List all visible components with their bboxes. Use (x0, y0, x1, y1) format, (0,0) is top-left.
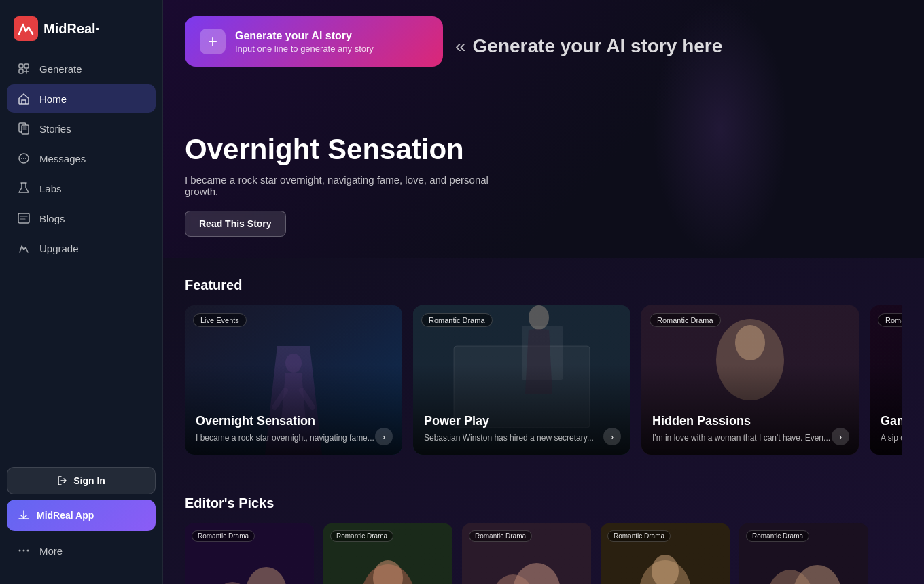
sidebar-item-upgrade-label: Upgrade (39, 243, 79, 254)
sidebar-item-blogs-label: Blogs (39, 213, 65, 224)
editor-card-unexpected[interactable]: Unexpected Proposal Romantic Drama (323, 523, 452, 584)
home-icon (16, 91, 31, 106)
sign-in-label: Sign In (73, 475, 105, 486)
editors-picks-section: Editor's Picks Enemy's Child (163, 477, 924, 584)
sidebar-item-generate-label: Generate (39, 63, 82, 75)
svg-point-12 (23, 550, 25, 552)
card-desc-game: A sip o... (881, 432, 902, 444)
sidebar-item-stories-label: Stories (39, 123, 71, 135)
card-title-overnight: Overnight Sensation (196, 414, 391, 428)
card-desc-overnight: I became a rock star overnight, navigati… (196, 432, 391, 444)
midreal-app-button[interactable]: MidReal App (7, 500, 156, 531)
svg-rect-2 (24, 64, 29, 68)
svg-rect-3 (19, 69, 23, 73)
sign-in-button[interactable]: Sign In (7, 467, 156, 494)
hero-story-title: Overnight Sensation (185, 133, 902, 166)
sign-in-icon (57, 475, 68, 486)
card-badge-hiddenpassions: Romantic Drama (650, 313, 721, 327)
svg-point-7 (21, 158, 22, 159)
card-title-hiddenpassions: Hidden Passions (652, 414, 848, 428)
card-arrow-hiddenpassions: › (832, 428, 849, 445)
sidebar-item-stories[interactable]: Stories (7, 114, 156, 143)
svg-rect-1 (19, 64, 23, 68)
more-icon (16, 543, 31, 558)
generate-text-block: Generate your AI story Input one line to… (235, 30, 374, 54)
editor-card-badge-taming: Romantic Drama (607, 530, 671, 542)
hero-story-desc: I became a rock star overnight, navigati… (185, 174, 525, 197)
card-badge-overnight: Live Events (193, 313, 247, 327)
sidebar-item-generate[interactable]: Generate (7, 54, 156, 83)
blogs-icon (16, 211, 31, 226)
sidebar-item-messages-label: Messages (39, 153, 86, 165)
svg-point-8 (23, 158, 24, 159)
card-content-hiddenpassions: Hidden Passions I'm in love with a woman… (641, 403, 859, 455)
card-content-overnight: Overnight Sensation I became a rock star… (185, 403, 402, 455)
card-content-powerplay: Power Play Sebastian Winston has hired a… (413, 403, 630, 455)
editor-card-badge-infatuation: Romantic Drama (469, 530, 532, 542)
editor-card-enemy[interactable]: Enemy's Child Romantic Drama (185, 523, 314, 584)
featured-section: Featured Live Events Overnight Sensation… (163, 258, 924, 455)
editor-card-forbidden[interactable]: Forbidden Lessons Romantic Drama (739, 523, 868, 584)
featured-card-hiddenpassions[interactable]: Romantic Drama Hidden Passions I'm in lo… (641, 305, 859, 455)
featured-card-overnight[interactable]: Live Events Overnight Sensation I became… (185, 305, 402, 455)
generate-here-text: Generate your AI story here (473, 35, 723, 57)
upgrade-icon (16, 241, 31, 256)
download-icon (18, 509, 30, 521)
sidebar-item-home-label: Home (39, 93, 67, 105)
editor-cards-row: Enemy's Child Romantic Drama (185, 523, 902, 584)
sidebar-item-labs-label: Labs (39, 183, 62, 194)
svg-point-9 (25, 158, 26, 159)
generate-banner-subtitle: Input one line to generate any story (235, 44, 374, 54)
featured-section-title: Featured (185, 277, 902, 293)
logo-area: MidReal· (0, 11, 162, 54)
svg-rect-0 (14, 16, 38, 41)
hero-content: Overnight Sensation I became a rock star… (185, 133, 902, 237)
sidebar-bottom: Sign In MidReal App More (0, 460, 162, 573)
labs-icon (16, 181, 31, 196)
editor-card-infatuation[interactable]: Romantic Drama (462, 523, 591, 584)
hero-area: + Generate your AI story Input one line … (163, 0, 924, 258)
generate-icon (16, 61, 31, 76)
card-title-game: Gam... (881, 414, 902, 428)
logo-icon (14, 16, 38, 41)
messages-icon (16, 151, 31, 166)
more-button[interactable]: More (7, 536, 156, 565)
card-desc-hiddenpassions: I'm in love with a woman that I can't ha… (652, 432, 848, 444)
card-arrow-powerplay: › (603, 428, 621, 445)
main-content: + Generate your AI story Input one line … (163, 0, 924, 584)
sidebar-item-messages[interactable]: Messages (7, 144, 156, 173)
card-badge-game: Romantic Drama (878, 313, 902, 327)
generate-banner[interactable]: + Generate your AI story Input one line … (185, 16, 443, 67)
logo-text: MidReal· (43, 21, 99, 37)
card-content-game: Gam... A sip o... (870, 403, 902, 455)
generate-plus-icon: + (200, 29, 226, 54)
svg-point-11 (19, 550, 21, 552)
editor-card-badge-unexpected: Romantic Drama (330, 530, 393, 542)
sidebar-item-upgrade[interactable]: Upgrade (7, 234, 156, 262)
chevron-left-double-icon: « (455, 35, 466, 57)
featured-cards-row: Live Events Overnight Sensation I became… (185, 305, 902, 455)
editor-card-badge-enemy: Romantic Drama (192, 530, 255, 542)
midreal-app-label: MidReal App (37, 510, 94, 521)
read-story-button[interactable]: Read This Story (185, 211, 286, 237)
editor-card-badge-forbidden: Romantic Drama (746, 530, 809, 542)
editor-card-taming[interactable]: Romantic Drama (601, 523, 730, 584)
generate-here-callout: « Generate your AI story here (455, 35, 722, 57)
nav-section: Generate Home Stories (0, 54, 162, 460)
card-arrow-overnight: › (375, 428, 393, 445)
sidebar-item-home[interactable]: Home (7, 84, 156, 113)
card-desc-powerplay: Sebastian Winston has hired a new secret… (424, 432, 620, 444)
sidebar: MidReal· Generate Home (0, 0, 163, 584)
more-label: More (39, 545, 63, 557)
sidebar-item-labs[interactable]: Labs (7, 174, 156, 203)
svg-rect-10 (18, 213, 29, 223)
generate-banner-title: Generate your AI story (235, 30, 374, 42)
stories-icon (16, 121, 31, 136)
featured-card-powerplay[interactable]: Romantic Drama Power Play Sebastian Wins… (413, 305, 630, 455)
svg-point-13 (27, 550, 29, 552)
card-title-powerplay: Power Play (424, 414, 620, 428)
card-badge-powerplay: Romantic Drama (421, 313, 493, 327)
sidebar-item-blogs[interactable]: Blogs (7, 204, 156, 233)
editors-picks-title: Editor's Picks (185, 496, 902, 511)
featured-card-game[interactable]: Romantic Drama Gam... A sip o... (870, 305, 902, 455)
